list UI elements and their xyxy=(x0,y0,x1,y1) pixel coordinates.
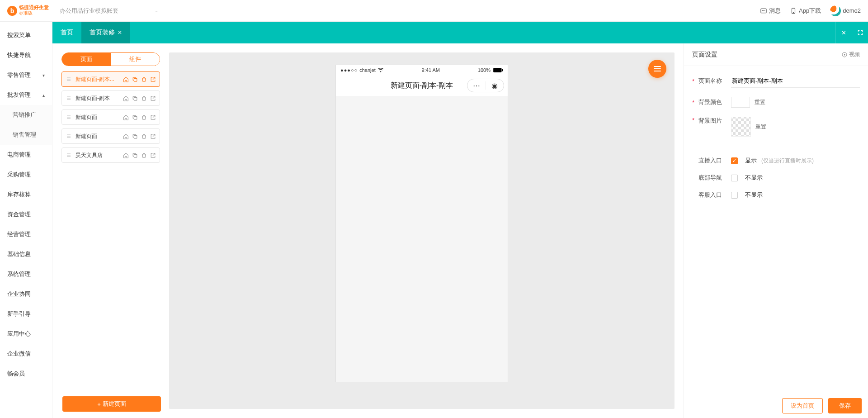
page-item[interactable]: 新建页面 xyxy=(61,109,160,125)
nav-item[interactable]: 搜索菜单 xyxy=(0,25,52,45)
tab-home-decorate[interactable]: 首页装修 ✕ xyxy=(81,22,130,43)
svg-rect-18 xyxy=(134,135,137,138)
nav-item-label: 库存核算 xyxy=(7,190,31,199)
signal-icon: ●●●○○ xyxy=(340,67,358,73)
nav-item[interactable]: 营销推广 xyxy=(0,105,52,125)
capsule-close[interactable]: ◉ xyxy=(486,81,504,90)
page-item[interactable]: 新建页面 xyxy=(61,128,160,144)
page-item-name: 新建页面 xyxy=(75,133,119,140)
delete-icon[interactable] xyxy=(141,114,147,120)
logo-icon: b xyxy=(7,6,17,16)
video-label: 视频 xyxy=(849,51,860,58)
phone-status-bar: ●●●○○ chanjet 9:41 AM 100% xyxy=(336,65,508,75)
home-icon[interactable] xyxy=(123,133,129,139)
plus-icon: + xyxy=(97,401,101,408)
nav-item[interactable]: 新手引导 xyxy=(0,304,52,324)
nav-item-label: 采购管理 xyxy=(7,171,31,179)
open-icon[interactable] xyxy=(150,95,156,101)
bg-image-reset[interactable]: 重置 xyxy=(755,123,766,131)
time-label: 9:41 AM xyxy=(422,67,440,73)
nav-item[interactable]: 批发管理▴ xyxy=(0,85,52,105)
set-home-button[interactable]: 设为首页 xyxy=(782,398,823,413)
drag-icon[interactable] xyxy=(66,133,72,139)
seg-page[interactable]: 页面 xyxy=(62,53,111,66)
user-menu[interactable]: demo2 xyxy=(830,5,861,16)
page-item-name: 新建页面 xyxy=(75,114,119,121)
chevron-down-icon: ▾ xyxy=(42,73,45,78)
home-icon[interactable] xyxy=(123,114,129,120)
tabs-close-all[interactable]: ✕ xyxy=(835,22,852,43)
page-item[interactable]: 新建页面-副本 xyxy=(61,90,160,106)
toggle-panel-button[interactable] xyxy=(648,60,666,78)
copy-icon[interactable] xyxy=(132,76,138,82)
open-icon[interactable] xyxy=(150,152,156,158)
copy-icon[interactable] xyxy=(132,133,138,139)
nav-item[interactable]: 企业协同 xyxy=(0,284,52,304)
page-item[interactable]: 新建页面-副本... xyxy=(61,71,160,87)
close-icon[interactable]: ✕ xyxy=(118,29,122,36)
svg-rect-10 xyxy=(134,97,137,100)
nav-item[interactable]: 电商管理 xyxy=(0,145,52,165)
nav-item[interactable]: 零售管理▾ xyxy=(0,65,52,85)
seg-component[interactable]: 组件 xyxy=(111,53,160,66)
nav-item[interactable]: 企业微信 xyxy=(0,344,52,364)
page-item[interactable]: 昊天文具店 xyxy=(61,147,160,163)
drag-icon[interactable] xyxy=(66,95,72,101)
tab-home[interactable]: 首页 xyxy=(52,22,81,43)
bg-color-reset[interactable]: 重置 xyxy=(755,99,765,106)
nav-item[interactable]: 系统管理 xyxy=(0,264,52,284)
service-checkbox[interactable] xyxy=(731,192,738,199)
nav-item[interactable]: 畅会员 xyxy=(0,364,52,384)
delete-icon[interactable] xyxy=(141,76,147,82)
nav-item[interactable]: 快捷导航 xyxy=(0,45,52,65)
svg-rect-6 xyxy=(134,78,137,81)
drag-icon[interactable] xyxy=(66,152,72,158)
nav-item[interactable]: 经营管理 xyxy=(0,224,52,244)
copy-icon[interactable] xyxy=(132,152,138,158)
delete-icon[interactable] xyxy=(141,152,147,158)
new-page-button[interactable]: + 新建页面 xyxy=(62,396,161,412)
save-button[interactable]: 保存 xyxy=(828,398,862,413)
account-select[interactable]: 办公用品行业模拟账套 ⌄ xyxy=(60,7,158,15)
bg-image-picker[interactable] xyxy=(731,117,751,137)
nav-item-label: 基础信息 xyxy=(7,250,31,258)
phone-preview: ●●●○○ chanjet 9:41 AM 100% xyxy=(336,65,508,382)
live-show-checkbox[interactable]: ✓ xyxy=(731,157,738,164)
messages-link[interactable]: 消息 xyxy=(760,7,781,15)
bottom-nav-checkbox[interactable] xyxy=(731,175,738,181)
open-icon[interactable] xyxy=(150,114,156,120)
home-icon[interactable] xyxy=(123,152,129,158)
capsule-more[interactable]: ⋯ xyxy=(467,81,486,90)
avatar xyxy=(830,5,841,16)
video-link[interactable]: 视频 xyxy=(842,51,860,58)
nav-item[interactable]: 资金管理 xyxy=(0,204,52,224)
home-icon[interactable] xyxy=(123,76,129,82)
delete-icon[interactable] xyxy=(141,133,147,139)
home-icon[interactable] xyxy=(123,95,129,101)
nav-item[interactable]: 库存核算 xyxy=(0,185,52,204)
tabs-fullscreen[interactable] xyxy=(852,22,868,43)
settings-panel: 页面设置 视频 * 页面名称 * 背景颜色 xyxy=(684,43,868,418)
open-icon[interactable] xyxy=(150,76,156,82)
open-icon[interactable] xyxy=(150,133,156,139)
svg-rect-14 xyxy=(134,116,137,119)
logo-subtitle: 标准版 xyxy=(19,10,49,16)
nav-item[interactable]: 采购管理 xyxy=(0,165,52,185)
delete-icon[interactable] xyxy=(141,95,147,101)
nav-item[interactable]: 销售管理 xyxy=(0,125,52,145)
menu-icon xyxy=(654,66,661,71)
app-download-link[interactable]: App下载 xyxy=(790,7,821,15)
copy-icon[interactable] xyxy=(132,114,138,120)
nav-item-label: 企业协同 xyxy=(7,290,31,298)
nav-item-label: 应用中心 xyxy=(7,330,31,338)
account-label: 办公用品行业模拟账套 xyxy=(60,7,118,15)
drag-icon[interactable] xyxy=(66,114,72,120)
nav-item[interactable]: 基础信息 xyxy=(0,244,52,264)
nav-item-label: 新手引导 xyxy=(7,310,31,318)
bottom-nav-text: 不显示 xyxy=(745,174,763,182)
copy-icon[interactable] xyxy=(132,95,138,101)
bg-color-picker[interactable] xyxy=(731,97,750,108)
nav-item[interactable]: 应用中心 xyxy=(0,324,52,344)
page-name-input[interactable] xyxy=(731,74,860,88)
drag-icon[interactable] xyxy=(66,76,72,82)
